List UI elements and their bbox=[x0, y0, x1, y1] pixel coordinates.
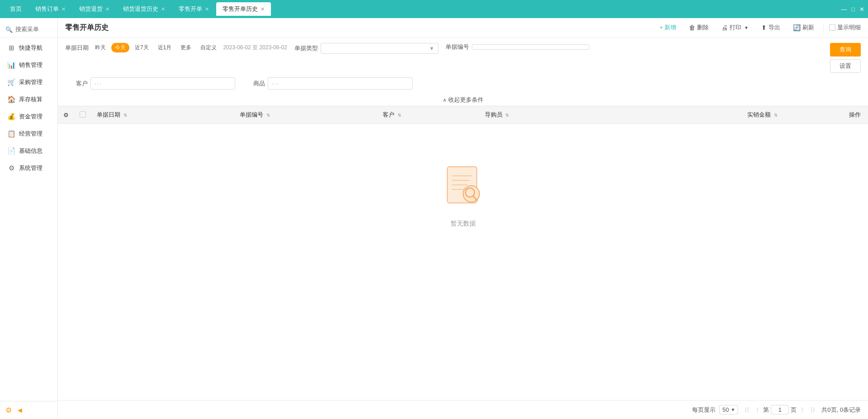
show-detail-toggle[interactable]: 显示明细 bbox=[829, 24, 861, 32]
tab-home[interactable]: 首页 bbox=[4, 2, 28, 16]
page-next-btn[interactable]: ⟩ bbox=[798, 405, 806, 414]
refresh-icon: 🔄 bbox=[793, 24, 801, 31]
sidebar-item-quick-nav[interactable]: ⊞ 快捷导航 bbox=[0, 39, 57, 56]
sidebar-item-basic-info[interactable]: 📄 基础信息 bbox=[0, 142, 57, 160]
sys-mgmt-icon: ⚙ bbox=[7, 164, 15, 172]
empty-text: 暂无数据 bbox=[451, 220, 476, 228]
doc-number-input[interactable] bbox=[472, 44, 589, 50]
print-icon: 🖨 bbox=[721, 24, 728, 31]
sidebar-item-inventory[interactable]: 🏠 库存核算 bbox=[0, 91, 57, 108]
pagination-nav: ⟨⟨ ⟨ 第 页 ⟩ ⟩⟩ bbox=[742, 405, 818, 414]
goods-input[interactable]: ··· bbox=[268, 77, 413, 89]
tab-sales-order[interactable]: 销售订单 ✕ bbox=[29, 2, 72, 16]
sidebar-bottom: ⚙ ◄ bbox=[0, 401, 57, 419]
toolbar-actions: + 新增 🗑 删除 🖨 打印 ▼ ⬆ 导出 🔄 刷新 bbox=[656, 22, 861, 33]
page-input[interactable] bbox=[771, 405, 789, 414]
toolbar-divider bbox=[823, 24, 824, 31]
date-today-btn[interactable]: 今天 bbox=[111, 43, 129, 52]
refresh-button[interactable]: 🔄 刷新 bbox=[789, 22, 818, 33]
per-page-value: 50 bbox=[722, 406, 729, 413]
content-toolbar: 零售开单历史 + 新增 🗑 删除 🖨 打印 ▼ ⬆ 导出 bbox=[58, 18, 868, 38]
sidebar-item-sys-mgmt[interactable]: ⚙ 系统管理 bbox=[0, 160, 57, 177]
page-title: 零售开单历史 bbox=[65, 23, 109, 33]
date-yesterday-btn[interactable]: 昨天 bbox=[91, 43, 109, 52]
empty-state-row: 暂无数据 bbox=[58, 124, 868, 264]
empty-illustration bbox=[436, 160, 490, 214]
page-suffix: 页 bbox=[791, 406, 797, 414]
customer-input[interactable]: ··· bbox=[90, 77, 235, 89]
tab-retail-open-history[interactable]: 零售开单历史 ✕ bbox=[216, 2, 271, 16]
th-guide[interactable]: 导购员 ⇅ bbox=[479, 106, 602, 124]
header-checkbox[interactable] bbox=[80, 111, 86, 118]
print-dropdown-icon[interactable]: ▼ bbox=[744, 25, 749, 30]
tab-retail-open[interactable]: 零售开单 ✕ bbox=[172, 2, 215, 16]
sort-date-icon: ⇅ bbox=[123, 113, 127, 118]
basic-info-icon: 📄 bbox=[7, 147, 15, 155]
settings-gear-icon[interactable]: ⚙ bbox=[5, 406, 12, 414]
date-custom-btn[interactable]: 自定义 bbox=[197, 43, 220, 52]
per-page-arrow-icon: ▼ bbox=[730, 407, 735, 412]
content-area: 零售开单历史 + 新增 🗑 删除 🖨 打印 ▼ ⬆ 导出 bbox=[58, 18, 868, 419]
add-button[interactable]: + 新增 bbox=[656, 22, 680, 33]
th-customer[interactable]: 客户 ⇅ bbox=[377, 106, 479, 124]
sort-amount-icon: ⇅ bbox=[774, 113, 778, 118]
th-spacer bbox=[602, 106, 640, 124]
export-button[interactable]: ⬆ 导出 bbox=[758, 22, 784, 33]
close-tab-sales-return[interactable]: ✕ bbox=[105, 6, 109, 12]
th-number[interactable]: 单据编号 ⇅ bbox=[234, 106, 377, 124]
th-action: 操作 bbox=[783, 106, 868, 124]
sidebar: 🔍 搜索采单 ⊞ 快捷导航 📊 销售管理 🛒 采购管理 🏠 库存核算 💰 资金管… bbox=[0, 18, 58, 419]
date-1month-btn[interactable]: 近1月 bbox=[154, 43, 175, 52]
sidebar-item-purchase-mgmt[interactable]: 🛒 采购管理 bbox=[0, 74, 57, 91]
delete-button[interactable]: 🗑 删除 bbox=[685, 22, 712, 33]
page-total: 共0页, 0条记录 bbox=[821, 406, 861, 414]
sidebar-collapse-btn[interactable]: ◄ bbox=[16, 406, 24, 414]
data-table: ⚙ 单据日期 ⇅ 单据编号 ⇅ 客户 bbox=[58, 106, 868, 264]
th-checkbox[interactable] bbox=[74, 106, 91, 124]
window-maximize[interactable]: □ bbox=[851, 6, 855, 13]
filter-section: 单据日期 昨天 今天 近7天 近1月 更多 自定义 2023-06-02 至 2… bbox=[58, 38, 868, 106]
per-page-select[interactable]: 50 ▼ bbox=[719, 405, 738, 414]
table-body: 暂无数据 bbox=[58, 124, 868, 264]
th-settings[interactable]: ⚙ bbox=[58, 106, 74, 124]
date-label: 单据日期 bbox=[65, 44, 89, 52]
close-tab-sales-order[interactable]: ✕ bbox=[62, 6, 66, 12]
settings-button[interactable]: 设置 bbox=[830, 59, 861, 73]
query-button[interactable]: 查询 bbox=[830, 43, 861, 56]
close-tab-retail-open-history[interactable]: ✕ bbox=[261, 6, 265, 12]
main-layout: 🔍 搜索采单 ⊞ 快捷导航 📊 销售管理 🛒 采购管理 🏠 库存核算 💰 资金管… bbox=[0, 18, 868, 419]
show-detail-checkbox[interactable] bbox=[829, 24, 835, 31]
tab-sales-return[interactable]: 销货退货 ✕ bbox=[73, 2, 116, 16]
close-tab-sales-return-history[interactable]: ✕ bbox=[161, 6, 165, 12]
window-minimize[interactable]: — bbox=[841, 6, 847, 13]
date-7days-btn[interactable]: 近7天 bbox=[131, 43, 152, 52]
close-tab-retail-open[interactable]: ✕ bbox=[205, 6, 209, 12]
th-date[interactable]: 单据日期 ⇅ bbox=[91, 106, 234, 124]
page-prev-btn[interactable]: ⟨ bbox=[754, 405, 761, 414]
page-first-btn[interactable]: ⟨⟨ bbox=[742, 405, 752, 414]
sidebar-search[interactable]: 🔍 搜索采单 bbox=[0, 22, 57, 38]
sidebar-item-sales-mgmt[interactable]: 📊 销售管理 bbox=[0, 56, 57, 74]
collapse-filter-button[interactable]: ∧ 收起更多条件 bbox=[65, 96, 861, 104]
customer-label: 客户 bbox=[65, 80, 88, 88]
operations-icon: 📋 bbox=[7, 130, 15, 138]
table-header: ⚙ 单据日期 ⇅ 单据编号 ⇅ 客户 bbox=[58, 106, 868, 124]
tab-bar: 首页 销售订单 ✕ 销货退货 ✕ 销货退货历史 ✕ 零售开单 ✕ 零售开单历史 … bbox=[0, 0, 868, 18]
sidebar-item-operations[interactable]: 📋 经营管理 bbox=[0, 125, 57, 142]
doc-number-label: 单据编号 bbox=[446, 43, 469, 51]
date-more-btn[interactable]: 更多 bbox=[177, 43, 195, 52]
query-settings-col: 查询 设置 bbox=[830, 43, 861, 73]
doc-type-select[interactable]: ▼ bbox=[321, 43, 438, 54]
sidebar-item-finance[interactable]: 💰 资金管理 bbox=[0, 108, 57, 125]
export-icon: ⬆ bbox=[761, 24, 767, 31]
doc-type-arrow-icon: ▼ bbox=[429, 46, 434, 51]
inventory-icon: 🏠 bbox=[7, 95, 15, 104]
print-button[interactable]: 🖨 打印 ▼ bbox=[718, 22, 752, 33]
window-close[interactable]: ✕ bbox=[859, 6, 864, 13]
tab-sales-return-history[interactable]: 销货退货历史 ✕ bbox=[117, 2, 171, 16]
doc-type-label: 单据类型 bbox=[294, 44, 318, 52]
th-amount[interactable]: 实销金额 ⇅ bbox=[640, 106, 783, 124]
page-last-btn[interactable]: ⟩⟩ bbox=[808, 405, 818, 414]
table-container: ⚙ 单据日期 ⇅ 单据编号 ⇅ 客户 bbox=[58, 106, 868, 400]
finance-icon: 💰 bbox=[7, 113, 15, 121]
